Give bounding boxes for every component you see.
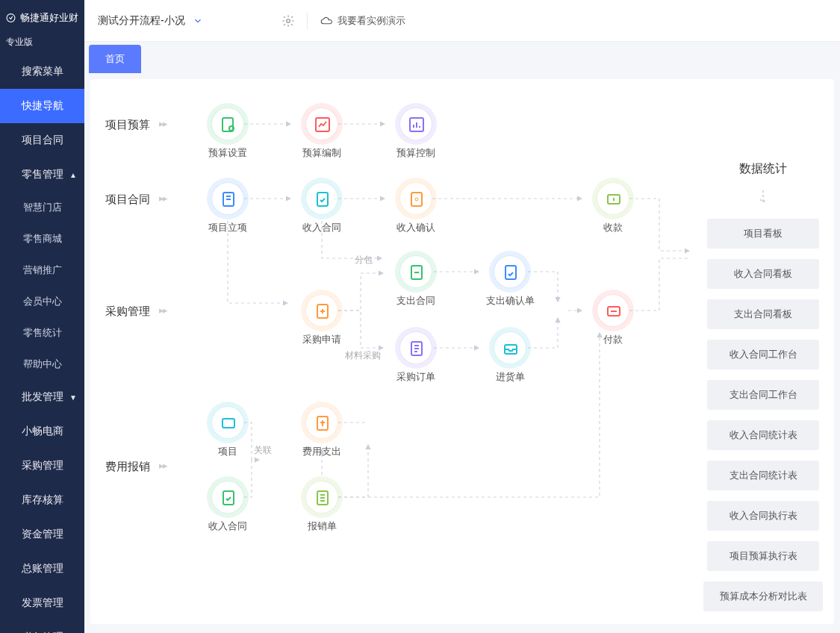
org-selector[interactable]: 测试分开流程-小况: [98, 14, 270, 28]
order-icon: [408, 340, 424, 356]
node-income-contract[interactable]: [305, 182, 338, 215]
section-arrow-icon: ▸▸: [159, 118, 167, 129]
sidebar-item[interactable]: 批发管理▼: [0, 380, 84, 414]
node-budget-make[interactable]: [305, 107, 338, 140]
brand-logo-icon: [6, 10, 16, 26]
svg-point-12: [229, 126, 234, 131]
node-label: 采购订单: [379, 370, 453, 384]
topbar: 测试分开流程-小况 我要看实例演示: [84, 0, 840, 42]
sidebar-subitem[interactable]: 会员中心: [0, 286, 84, 317]
sidebar-item[interactable]: 快捷导航: [0, 89, 84, 123]
section-expense: 费用报销: [105, 460, 150, 474]
flow-card: 项目预算 ▸▸ 项目合同 ▸▸ 采购管理 ▸▸ 费用报销 ▸▸ 预算设置 预算编…: [90, 79, 834, 624]
doc-check-icon: [220, 489, 236, 505]
node-purchase-order[interactable]: [399, 331, 432, 364]
stat-button[interactable]: 项目预算执行表: [707, 541, 819, 571]
svg-point-18: [415, 198, 418, 201]
expense-icon: [314, 414, 330, 431]
sidebar-item[interactable]: 零售管理▲: [0, 158, 84, 192]
sidebar: 畅捷通好业财 专业版 搜索菜单 快捷导航项目合同零售管理▲智慧门店零售商城营销推…: [0, 0, 84, 633]
node-label: 费用支出: [284, 445, 359, 458]
inbox-icon: [502, 340, 518, 356]
brand-area: 畅捷通好业财: [0, 0, 84, 36]
demo-link[interactable]: 我要看实例演示: [320, 14, 405, 28]
main-area: 测试分开流程-小况 我要看实例演示 首页: [84, 0, 840, 633]
receipt-icon: [314, 489, 330, 505]
sidebar-subitem[interactable]: 智慧门店: [0, 192, 84, 223]
stat-button[interactable]: 收入合同执行表: [707, 501, 819, 531]
content: 项目预算 ▸▸ 项目合同 ▸▸ 采购管理 ▸▸ 费用报销 ▸▸ 预算设置 预算编…: [84, 73, 840, 633]
stat-button[interactable]: 支出合同统计表: [707, 461, 819, 490]
stat-button[interactable]: 收入合同统计表: [707, 420, 819, 450]
node-expense-out[interactable]: [305, 406, 338, 439]
section-arrow-icon: ▸▸: [159, 193, 167, 204]
gear-icon[interactable]: [281, 14, 295, 28]
node-payment[interactable]: [597, 294, 629, 327]
sidebar-item[interactable]: 资金管理: [0, 517, 84, 552]
tab-home[interactable]: 首页: [89, 45, 141, 73]
sidebar-item[interactable]: 采购管理: [0, 449, 84, 483]
sidebar-item[interactable]: 发票管理: [0, 586, 84, 620]
node-budget-set[interactable]: [211, 107, 244, 140]
node-proj-init[interactable]: [211, 182, 244, 215]
stats-arrow-icon: [757, 189, 769, 207]
node-label: 进货单: [473, 370, 547, 384]
sidebar-subitem[interactable]: 零售统计: [0, 317, 84, 349]
section-contract: 项目合同: [105, 193, 150, 207]
svg-point-1: [287, 19, 290, 22]
cloud-icon: [320, 14, 333, 28]
demo-link-label: 我要看实例演示: [337, 14, 405, 28]
doc-plus-icon: [314, 302, 330, 319]
svg-point-0: [7, 14, 15, 22]
stat-button[interactable]: 收入合同工作台: [707, 340, 819, 369]
org-selector-label: 测试分开流程-小况: [98, 14, 185, 28]
caret-icon: ▲: [69, 171, 77, 179]
node-income-contract-2[interactable]: [211, 481, 244, 514]
sidebar-item[interactable]: 税务管理: [0, 620, 84, 633]
sidebar-item[interactable]: 项目合同: [0, 123, 84, 158]
topbar-divider: [307, 13, 308, 29]
svg-rect-28: [223, 491, 234, 505]
node-label: 收入合同: [284, 221, 359, 234]
node-label: 支出确认单: [473, 294, 547, 308]
sidebar-subitem[interactable]: 零售商城: [0, 223, 84, 255]
node-budget-ctrl[interactable]: [399, 107, 432, 140]
svg-rect-16: [317, 193, 328, 206]
node-label: 项目立项: [190, 221, 265, 234]
tabs: 首页: [84, 42, 840, 73]
node-project[interactable]: [211, 406, 244, 439]
sidebar-subitem[interactable]: 帮助中心: [0, 349, 84, 380]
sidebar-search[interactable]: 搜索菜单: [0, 54, 84, 89]
node-receipt[interactable]: [597, 182, 629, 215]
svg-rect-26: [223, 419, 234, 428]
sidebar-menu: 快捷导航项目合同零售管理▲智慧门店零售商城营销推广会员中心零售统计帮助中心批发管…: [0, 89, 84, 633]
node-income-confirm[interactable]: [399, 182, 432, 215]
stat-button[interactable]: 支出合同看板: [707, 299, 819, 329]
sidebar-subitem[interactable]: 营销推广: [0, 255, 84, 286]
svg-rect-21: [505, 266, 516, 279]
node-label: 收款: [576, 221, 650, 234]
doc-icon: [220, 190, 236, 207]
node-label: 收入确认: [379, 221, 453, 234]
sidebar-item[interactable]: 库存核算: [0, 483, 84, 517]
stat-button[interactable]: 支出合同工作台: [707, 380, 819, 410]
node-expend-contract[interactable]: [399, 255, 432, 288]
stat-button[interactable]: 收入合同看板: [707, 259, 819, 289]
node-label: 收入合同: [190, 520, 265, 533]
brand-name: 畅捷通好业财: [20, 11, 78, 25]
stat-button[interactable]: 项目看板: [707, 219, 819, 249]
stat-button[interactable]: 预算成本分析对比表: [703, 581, 823, 611]
sidebar-item[interactable]: 小畅电商: [0, 414, 84, 449]
node-label: 预算编制: [284, 146, 359, 160]
node-reimburse[interactable]: [305, 481, 338, 514]
node-expend-confirm[interactable]: [494, 255, 526, 288]
doc-gear-icon: [220, 116, 236, 132]
node-goods-in[interactable]: [494, 331, 526, 364]
sidebar-item[interactable]: 总账管理: [0, 552, 84, 586]
doc-check-icon: [314, 190, 330, 207]
wallet-icon: [605, 190, 621, 207]
chart-icon: [314, 116, 330, 132]
node-purchase-apply[interactable]: [305, 294, 338, 327]
node-label: 预算设置: [190, 146, 265, 160]
node-label: 预算控制: [379, 146, 453, 160]
